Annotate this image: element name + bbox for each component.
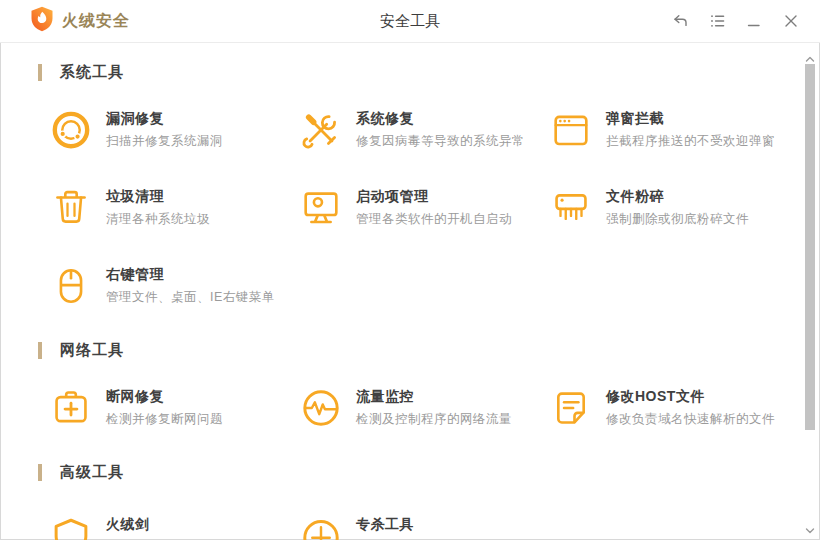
tool-item[interactable]: 弹窗拦截 拦截程序推送的不受欢迎弹窗 [550, 109, 800, 153]
tools-page: 系统工具 漏洞修复 扫描并修复系统漏洞 系统修复 修复因病毒等导致的系统异常 弹… [0, 43, 820, 540]
tool-section: 系统工具 漏洞修复 扫描并修复系统漏洞 系统修复 修复因病毒等导致的系统异常 弹… [0, 61, 820, 309]
scroll-up-icon[interactable] [804, 50, 816, 60]
tools-grid: 漏洞修复 扫描并修复系统漏洞 系统修复 修复因病毒等导致的系统异常 弹窗拦截 拦… [0, 109, 820, 309]
tools-grid: 断网修复 检测并修复断网问题 流量监控 检测及控制程序的网络流量 修改HOST文… [0, 387, 820, 431]
section-header: 系统工具 [38, 61, 820, 83]
section-header: 高级工具 [38, 461, 820, 483]
tool-description: 修改负责域名快速解析的文件 [606, 411, 775, 428]
tool-description: 检测及控制程序的网络流量 [356, 411, 512, 428]
app-window: 火绒安全 安全工具 [0, 0, 820, 540]
vulnerability-fix-icon [50, 109, 92, 151]
logo-shield-flame-icon [30, 6, 54, 36]
section-title: 系统工具 [60, 63, 124, 82]
window-controls [671, 12, 820, 30]
section-accent-bar [38, 64, 42, 81]
huorong-sword-icon [50, 515, 92, 540]
tool-title: 系统修复 [356, 110, 525, 128]
tool-title: 断网修复 [106, 388, 223, 406]
titlebar: 火绒安全 安全工具 [0, 0, 820, 43]
minimize-icon[interactable] [745, 12, 763, 30]
tool-section: 网络工具 断网修复 检测并修复断网问题 流量监控 检测及控制程序的网络流量 修改… [0, 339, 820, 431]
tool-description: 强制删除或彻底粉碎文件 [606, 211, 749, 228]
back-arrow-icon[interactable] [671, 12, 689, 30]
traffic-monitor-icon [300, 387, 342, 429]
tool-item[interactable]: 断网修复 检测并修复断网问题 [50, 387, 300, 431]
section-accent-bar [38, 464, 42, 481]
tool-title: 右键管理 [106, 266, 275, 284]
tool-item[interactable]: 流量监控 检测及控制程序的网络流量 [300, 387, 550, 431]
tool-item[interactable]: 启动项管理 管理各类软件的开机自启动 [300, 187, 550, 231]
tool-item[interactable]: 修改HOST文件 修改负责域名快速解析的文件 [550, 387, 800, 431]
tool-item[interactable]: 系统修复 修复因病毒等导致的系统异常 [300, 109, 550, 153]
tool-title: 弹窗拦截 [606, 110, 775, 128]
section-title: 网络工具 [60, 341, 124, 360]
section-title: 高级工具 [60, 463, 124, 482]
network-repair-icon [50, 387, 92, 429]
section-accent-bar [38, 342, 42, 359]
startup-manager-icon [300, 187, 342, 229]
tool-title: 漏洞修复 [106, 110, 223, 128]
system-repair-icon [300, 109, 342, 151]
tool-item[interactable]: 文件粉碎 强制删除或彻底粉碎文件 [550, 187, 800, 231]
tool-title: 专杀工具 [356, 516, 414, 534]
tool-item[interactable]: 火绒剑 [50, 515, 300, 540]
tool-item[interactable]: 右键管理 管理文件、桌面、IE右键菜单 [50, 265, 300, 309]
tool-description: 管理各类软件的开机自启动 [356, 211, 512, 228]
tool-title: 文件粉碎 [606, 188, 749, 206]
special-killer-icon [300, 515, 342, 540]
tool-item[interactable]: 垃圾清理 清理各种系统垃圾 [50, 187, 300, 231]
scrollbar [803, 44, 817, 540]
app-logo: 火绒安全 [0, 6, 130, 36]
tool-description: 检测并修复断网问题 [106, 411, 223, 428]
tool-description: 扫描并修复系统漏洞 [106, 133, 223, 150]
tool-section: 高级工具 火绒剑 专杀工具 [0, 461, 820, 540]
section-header: 网络工具 [38, 339, 820, 361]
close-icon[interactable] [782, 12, 800, 30]
tool-item[interactable]: 漏洞修复 扫描并修复系统漏洞 [50, 109, 300, 153]
tool-title: 垃圾清理 [106, 188, 210, 206]
tool-item[interactable]: 专杀工具 [300, 515, 550, 540]
tools-grid: 火绒剑 专杀工具 [0, 515, 820, 540]
junk-clean-icon [50, 187, 92, 229]
tool-title: 火绒剑 [106, 516, 150, 534]
tool-title: 流量监控 [356, 388, 512, 406]
tool-title: 启动项管理 [356, 188, 512, 206]
host-file-editor-icon [550, 387, 592, 429]
tool-description: 修复因病毒等导致的系统异常 [356, 133, 525, 150]
popup-blocker-icon [550, 109, 592, 151]
scrollbar-thumb[interactable] [805, 64, 815, 430]
scroll-down-icon[interactable] [804, 522, 816, 532]
tool-description: 清理各种系统垃圾 [106, 211, 210, 228]
tool-description: 管理文件、桌面、IE右键菜单 [106, 289, 275, 306]
app-name: 火绒安全 [62, 11, 130, 32]
tool-description: 拦截程序推送的不受欢迎弹窗 [606, 133, 775, 150]
context-menu-manager-icon [50, 265, 92, 307]
menu-list-icon[interactable] [708, 12, 726, 30]
file-shredder-icon [550, 187, 592, 229]
tool-title: 修改HOST文件 [606, 388, 775, 406]
